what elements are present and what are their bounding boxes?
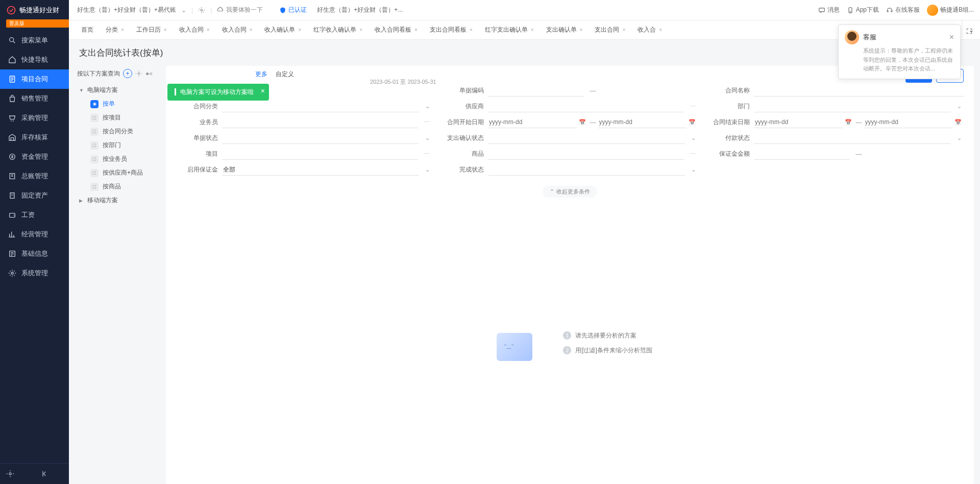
custom-link[interactable]: 自定义 bbox=[276, 70, 294, 79]
menu-assets[interactable]: 固定资产 bbox=[0, 186, 69, 205]
calendar-icon[interactable]: 📅 bbox=[952, 119, 964, 126]
tab-item[interactable]: 工作日历× bbox=[130, 20, 173, 39]
chevron-down-icon[interactable]: ⌄ bbox=[423, 166, 432, 173]
menu-finance[interactable]: 资金管理 bbox=[0, 147, 69, 166]
tab-item[interactable]: 首页 bbox=[75, 20, 100, 39]
filter-input[interactable] bbox=[488, 101, 684, 112]
menu-basic-info[interactable]: 基础信息 bbox=[0, 244, 69, 263]
close-icon[interactable]: × bbox=[659, 27, 662, 33]
calendar-icon[interactable]: 📅 bbox=[843, 119, 854, 126]
menu-sales[interactable]: 销售管理 bbox=[0, 89, 69, 108]
gear-icon[interactable] bbox=[135, 70, 142, 77]
try-experience[interactable]: 我要体验一下 bbox=[217, 6, 263, 14]
tree-item[interactable]: ▢按合同分类 bbox=[77, 125, 166, 138]
calendar-icon[interactable]: 📅 bbox=[577, 119, 588, 126]
close-icon[interactable]: × bbox=[261, 87, 265, 95]
date-input-from[interactable] bbox=[754, 116, 843, 128]
collapse-toggle[interactable]: ●« bbox=[145, 70, 153, 77]
fullscreen-button[interactable] bbox=[963, 25, 976, 38]
filter-input[interactable] bbox=[222, 116, 418, 128]
tab-item[interactable]: 收入合同看板× bbox=[369, 20, 424, 39]
filter-input[interactable] bbox=[754, 148, 850, 160]
date-input-to[interactable] bbox=[598, 116, 687, 128]
topbar-settings[interactable] bbox=[198, 7, 205, 14]
close-icon[interactable]: × bbox=[414, 27, 418, 33]
date-input-to[interactable] bbox=[864, 116, 953, 128]
tree-group[interactable]: ▶移动端方案 bbox=[77, 193, 166, 207]
online-service-button[interactable]: 在线客服 bbox=[886, 6, 920, 14]
verified-badge[interactable]: 已认证 bbox=[279, 6, 307, 14]
close-icon[interactable]: × bbox=[580, 27, 583, 33]
filter-input[interactable] bbox=[488, 164, 685, 176]
filter-input[interactable] bbox=[222, 148, 418, 160]
filter-input[interactable] bbox=[222, 164, 419, 176]
tree-item[interactable]: ▢按部门 bbox=[77, 138, 166, 152]
tab-item[interactable]: 收入确认单× bbox=[258, 20, 307, 39]
user-menu[interactable]: 畅捷通B组... bbox=[927, 5, 974, 16]
ellipsis-icon[interactable]: ⋯ bbox=[688, 151, 698, 157]
menu-operation[interactable]: 经营管理 bbox=[0, 225, 69, 244]
tab-item[interactable]: 收入合× bbox=[631, 20, 668, 39]
product-line-2[interactable]: 好生意（普）+好业财（普）+... bbox=[315, 6, 405, 14]
tab-item[interactable]: 支出合同看板× bbox=[424, 20, 479, 39]
menu-inventory[interactable]: 库存核算 bbox=[0, 128, 69, 147]
menu-salary[interactable]: 工资 bbox=[0, 205, 69, 225]
add-scheme-button[interactable]: + bbox=[123, 69, 132, 78]
messages-button[interactable]: 消息 bbox=[818, 6, 840, 14]
tree-group[interactable]: ▼电脑端方案 bbox=[77, 83, 166, 97]
menu-search[interactable]: 搜索菜单 bbox=[0, 31, 69, 50]
calendar-icon[interactable]: 📅 bbox=[687, 119, 698, 126]
collapse-sidebar-button[interactable] bbox=[35, 464, 69, 484]
chevron-down-icon[interactable]: ⌄ bbox=[689, 135, 698, 141]
tree-item[interactable]: ◉按单 bbox=[77, 97, 166, 111]
tree-item[interactable]: ▢按业务员 bbox=[77, 152, 166, 166]
chevron-down-icon[interactable]: ⌄ bbox=[955, 135, 964, 141]
more-link[interactable]: 更多 bbox=[255, 70, 267, 79]
menu-project-contract[interactable]: 项目合同 bbox=[0, 69, 69, 89]
close-icon[interactable]: × bbox=[207, 27, 210, 33]
filter-input[interactable] bbox=[222, 101, 419, 112]
tab-item[interactable]: 分类× bbox=[100, 20, 130, 39]
menu-purchase[interactable]: 采购管理 bbox=[0, 108, 69, 128]
tab-item[interactable]: 支出合同× bbox=[589, 20, 631, 39]
tab-item[interactable]: 红字收入确认单× bbox=[307, 20, 369, 39]
close-icon[interactable]: × bbox=[298, 27, 301, 33]
close-icon[interactable]: × bbox=[622, 27, 625, 33]
tree-item[interactable]: ▢按供应商+商品 bbox=[77, 166, 166, 180]
filter-input[interactable] bbox=[488, 132, 685, 144]
settings-button[interactable] bbox=[0, 464, 35, 484]
filter-input[interactable] bbox=[488, 148, 684, 160]
chevron-down-icon[interactable]: ⌄ bbox=[689, 166, 698, 173]
tree-item[interactable]: ▢按项目 bbox=[77, 111, 166, 125]
chevron-down-icon[interactable]: ⌄ bbox=[181, 7, 186, 14]
tree-item[interactable]: ▢按商品 bbox=[77, 180, 166, 193]
ellipsis-icon[interactable]: ⋯ bbox=[688, 103, 698, 110]
menu-ledger[interactable]: 总账管理 bbox=[0, 166, 69, 186]
menu-quick-nav[interactable]: 快捷导航 bbox=[0, 50, 69, 69]
app-download-button[interactable]: App下载 bbox=[847, 6, 879, 14]
close-icon[interactable]: × bbox=[121, 27, 124, 33]
chevron-down-icon[interactable]: ⌄ bbox=[423, 103, 432, 110]
filter-input[interactable] bbox=[754, 101, 951, 112]
close-icon[interactable]: × bbox=[949, 33, 954, 42]
ellipsis-icon[interactable]: ⋯ bbox=[422, 151, 432, 157]
tab-item[interactable]: 支出确认单× bbox=[540, 20, 589, 39]
filter-input[interactable] bbox=[754, 132, 951, 144]
filter-input[interactable] bbox=[488, 85, 584, 96]
close-icon[interactable]: × bbox=[164, 27, 167, 33]
filter-input[interactable] bbox=[754, 85, 964, 96]
tab-item[interactable]: 收入合同× bbox=[173, 20, 216, 39]
close-icon[interactable]: × bbox=[359, 27, 362, 33]
menu-system[interactable]: 系统管理 bbox=[0, 263, 69, 283]
chevron-down-icon[interactable]: ⌄ bbox=[423, 135, 432, 141]
date-input-from[interactable] bbox=[488, 116, 577, 128]
collapse-filters-button[interactable]: ⌃ 收起更多条件 bbox=[543, 186, 597, 198]
tab-item[interactable]: 红字支出确认单× bbox=[479, 20, 540, 39]
close-icon[interactable]: × bbox=[470, 27, 473, 33]
filter-input[interactable] bbox=[222, 132, 419, 144]
close-icon[interactable]: × bbox=[531, 27, 534, 33]
tab-item[interactable]: 收入合同× bbox=[216, 20, 259, 39]
product-line[interactable]: 好生意（普）+好业财（普）+易代账 bbox=[75, 6, 178, 14]
ellipsis-icon[interactable]: ⋯ bbox=[422, 119, 432, 126]
close-icon[interactable]: × bbox=[250, 27, 253, 33]
